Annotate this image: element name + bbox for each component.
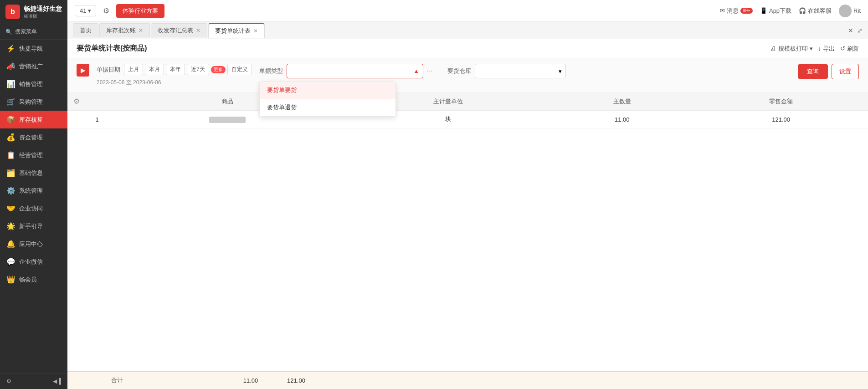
logo-icon: b	[5, 5, 20, 19]
sales-icon: 📊	[6, 80, 15, 88]
warehouse-input[interactable]: ▾	[475, 64, 566, 78]
warehouse-filter: 要货仓库 ▾	[447, 64, 566, 78]
table-settings-col: ⚙	[67, 92, 86, 111]
close-all-icon[interactable]: ✕	[848, 27, 853, 34]
more-badge[interactable]: 更多	[211, 66, 226, 73]
sidebar-item-marketing[interactable]: 📣 营销推广	[0, 57, 67, 75]
sidebar-item-purchase[interactable]: 🛒 采购管理	[0, 93, 67, 111]
phone-icon: 📱	[760, 7, 767, 14]
tab-summary-close[interactable]: ✕	[196, 27, 200, 34]
sidebar-item-operations[interactable]: 📋 经营管理	[0, 146, 67, 164]
settings-button[interactable]: ⚙	[100, 5, 113, 17]
tab-batch[interactable]: 库存批次账 ✕	[99, 23, 150, 37]
export-action[interactable]: ↓ 导出	[818, 45, 835, 53]
td-seq: 1	[86, 111, 108, 128]
td-settings	[67, 111, 86, 128]
table-row: 1 块 11.00 121.00	[67, 111, 868, 128]
tabs-right-controls: ✕ ⤢	[848, 27, 863, 34]
chevron-up-icon: ▲	[414, 68, 419, 74]
finance-icon: 💰	[6, 133, 15, 142]
sidebar-item-inventory[interactable]: 📦 库存核算	[0, 111, 67, 128]
page-content: 要货单统计表(按商品) 🖨 按模板打印 ▾ ↓ 导出 ↺ 刷新 ▶	[67, 39, 868, 389]
sidebar-item-appstore[interactable]: 🔔 应用中心	[0, 235, 67, 253]
settings-icon[interactable]: ⚙	[6, 378, 11, 384]
filter-right-buttons: 查询 设置	[798, 64, 859, 79]
messages-badge: 99+	[740, 8, 753, 14]
sidebar-bottom: ⚙ ◀▐	[0, 373, 67, 389]
logo-text: 畅捷通好生意 标准版	[24, 5, 62, 19]
footer-label: 合计	[73, 376, 228, 384]
tab-summary[interactable]: 收发存汇总表 ✕	[151, 23, 207, 37]
chevron-down-icon: ▾	[88, 7, 91, 14]
sidebar-item-sales[interactable]: 📊 销售管理	[0, 75, 67, 93]
filter-expand-button[interactable]: ▶	[77, 64, 89, 77]
collapse-button[interactable]: ◀▐	[53, 378, 61, 384]
print-dropdown-icon: ▾	[810, 45, 813, 52]
table-settings-icon[interactable]: ⚙	[73, 97, 80, 105]
date-label: 单据日期	[97, 66, 120, 74]
tab-home[interactable]: 首页	[73, 23, 98, 37]
filter-settings-button[interactable]: 设置	[832, 64, 859, 79]
data-table: ⚙ 商品 主计量单位 主数量 零售金额 1	[67, 92, 868, 128]
query-button[interactable]: 查询	[798, 64, 828, 79]
expand-icon[interactable]: ⤢	[857, 27, 863, 34]
main-area: 41 ▾ ⚙ 体验行业方案 ✉ 消息 99+ 📱 App下载 🎧 在线客服 R	[67, 0, 868, 389]
sidebar-item-guide[interactable]: 🌟 新手引导	[0, 217, 67, 235]
date-filter-group: 单据日期 上月 本月 本年 近7天 更多 自定义 2023-05-06 至 20…	[97, 64, 252, 87]
chevron-down-icon: ▾	[559, 68, 562, 75]
topbar-right: ✉ 消息 99+ 📱 App下载 🎧 在线客服 Rit	[720, 5, 861, 17]
th-seq	[86, 92, 108, 111]
member-icon: 👑	[6, 275, 15, 284]
sidebar-item-cooperation[interactable]: 🤝 企业协同	[0, 200, 67, 217]
type-filter-row: 单据类型 ▲ ···	[259, 64, 433, 78]
messages-item[interactable]: ✉ 消息 99+	[720, 7, 753, 15]
sidebar-item-member[interactable]: 👑 畅会员	[0, 271, 67, 288]
refresh-icon: ↺	[840, 45, 845, 52]
shortcut-this-month[interactable]: 本月	[145, 64, 164, 75]
online-service-item[interactable]: 🎧 在线客服	[799, 7, 832, 15]
page-title: 要货单统计表(按商品)	[77, 44, 147, 53]
shortcut-7days[interactable]: 近7天	[187, 64, 209, 75]
cooperation-icon: 🤝	[6, 204, 15, 213]
type-option-order[interactable]: 要货单要货	[260, 82, 395, 99]
appstore-icon: 🔔	[6, 240, 15, 248]
type-option-return[interactable]: 要货单退货	[260, 99, 395, 116]
industry-button[interactable]: 体验行业方案	[116, 4, 164, 18]
refresh-action[interactable]: ↺ 刷新	[840, 45, 859, 53]
type-select-box[interactable]: ▲	[287, 64, 423, 78]
shortcut-last-month[interactable]: 上月	[124, 64, 143, 75]
sidebar-item-system[interactable]: ⚙️ 系统管理	[0, 182, 67, 200]
headset-icon: 🎧	[799, 7, 806, 14]
store-selector[interactable]: 41 ▾	[75, 5, 96, 16]
sidebar-item-quicknav[interactable]: ⚡ 快捷导航	[0, 40, 67, 57]
topbar-left: 41 ▾ ⚙ 体验行业方案	[75, 4, 164, 18]
basic-icon: 🗂️	[6, 169, 15, 177]
sidebar-item-basic[interactable]: 🗂️ 基础信息	[0, 164, 67, 182]
type-filter-container: 单据类型 ▲ ··· 要货单要货 要货单退货	[259, 64, 433, 78]
guide-icon: 🌟	[6, 222, 15, 230]
sidebar-item-finance[interactable]: 💰 资金管理	[0, 128, 67, 146]
table-footer: 合计 11.00 121.00	[67, 371, 868, 389]
table-header-row: ⚙ 商品 主计量单位 主数量 零售金额	[67, 92, 868, 111]
print-action[interactable]: 🖨 按模板打印 ▾	[770, 45, 813, 53]
topbar: 41 ▾ ⚙ 体验行业方案 ✉ 消息 99+ 📱 App下载 🎧 在线客服 R	[67, 0, 868, 22]
tab-batch-close[interactable]: ✕	[139, 27, 143, 34]
shortcut-custom[interactable]: 自定义	[227, 64, 252, 75]
user-profile-item[interactable]: Rit	[839, 5, 861, 17]
quicknav-icon: ⚡	[6, 44, 15, 53]
export-icon: ↓	[818, 45, 822, 52]
operations-icon: 📋	[6, 151, 15, 159]
tab-order-stats[interactable]: 要货单统计表 ✕	[208, 23, 265, 38]
type-more-button[interactable]: ···	[427, 67, 433, 75]
shortcut-this-year[interactable]: 本年	[166, 64, 185, 75]
footer-amount: 121.00	[273, 377, 319, 384]
warehouse-label: 要货仓库	[447, 67, 471, 75]
sidebar-logo: b 畅捷通好生意 标准版	[0, 0, 67, 24]
tab-order-stats-close[interactable]: ✕	[253, 28, 258, 34]
app-download-item[interactable]: 📱 App下载	[760, 7, 791, 15]
system-icon: ⚙️	[6, 186, 15, 195]
sidebar-item-wechat[interactable]: 💬 企业微信	[0, 253, 67, 271]
sidebar-search-item[interactable]: 🔍 搜索菜单	[0, 24, 67, 40]
th-amount: 零售金额	[694, 92, 868, 111]
page-title-bar: 要货单统计表(按商品) 🖨 按模板打印 ▾ ↓ 导出 ↺ 刷新	[67, 39, 868, 58]
